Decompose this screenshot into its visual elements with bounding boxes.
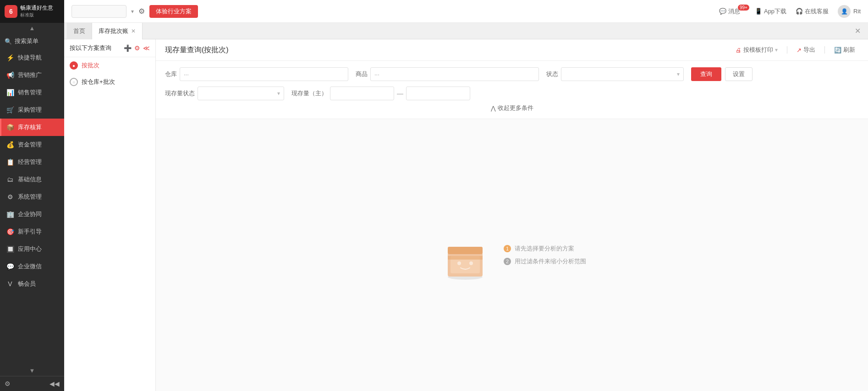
page-header: 现存量查询(按批次) 🖨 按模板打印 ▾ ↗ 导出 🔄 <box>156 39 868 61</box>
user-area[interactable]: 👤 Rit <box>838 5 861 18</box>
quick-nav-icon: ⚡ <box>6 54 14 62</box>
collapse-panel-icon[interactable]: ≪ <box>143 44 150 52</box>
tabbar-close-all-icon[interactable]: ✕ <box>850 27 865 35</box>
warehouse-input[interactable]: ··· <box>180 67 348 81</box>
status-label: 状态 <box>546 70 558 78</box>
sidebar-item-label: 企业协同 <box>18 210 42 218</box>
left-panel-header: 按以下方案查询 ➕ ⚙ ≪ <box>64 39 155 57</box>
sidebar-item-label: 资金管理 <box>18 141 42 149</box>
page-title: 现存量查询(按批次) <box>165 45 229 55</box>
sidebar-menu: 🔍 搜索菜单 ⚡ 快捷导航 📢 营销推广 📊 销售管理 🛒 采购管理 📦 库存核… <box>0 33 64 365</box>
app-logo: 6 <box>5 5 17 18</box>
sidebar-item-basics[interactable]: 🗂 基础信息 <box>0 171 64 188</box>
sidebar-item-label: 系统管理 <box>18 193 42 201</box>
settings-scheme-icon[interactable]: ⚙ <box>134 44 140 52</box>
messages-btn[interactable]: 💬 消息 99+ <box>714 7 746 16</box>
app-download-btn[interactable]: 📱 App下载 <box>755 7 786 16</box>
step-num-2: 2 <box>504 258 511 265</box>
export-btn[interactable]: ↗ 导出 <box>793 44 819 56</box>
collapse-more-btn[interactable]: ⋀ 收起更多条件 <box>165 100 859 112</box>
topbar-search-input[interactable] <box>71 5 126 18</box>
collapse-sidebar-icon[interactable]: ◀◀ <box>49 380 60 387</box>
app-download-label: App下载 <box>764 7 786 16</box>
filter-warehouse: 仓库 ··· <box>165 67 348 81</box>
query-btn[interactable]: 查询 <box>691 67 721 81</box>
sidebar-item-system[interactable]: ⚙ 系统管理 <box>0 188 64 206</box>
product-input-dots: ··· <box>374 71 379 78</box>
trial-btn[interactable]: 体验行业方案 <box>149 5 198 18</box>
sidebar-item-sales[interactable]: 📊 销售管理 <box>0 84 64 101</box>
vip-icon: V <box>6 280 14 288</box>
messages-badge: 99+ <box>738 5 749 11</box>
sidebar-item-purchase[interactable]: 🛒 采购管理 <box>0 101 64 119</box>
sidebar-item-label: 快捷导航 <box>18 54 42 62</box>
topbar-chevron-icon[interactable]: ▾ <box>131 8 134 15</box>
topbar-gear-icon[interactable]: ⚙ <box>138 7 145 16</box>
inventory-qty-to[interactable] <box>406 87 470 100</box>
left-panel-title: 按以下方案查询 <box>70 44 111 52</box>
filter-row-1: 仓库 ··· 商品 ··· 状态 <box>165 67 859 81</box>
sidebar-item-finance[interactable]: 💰 资金管理 <box>0 136 64 153</box>
sidebar-item-enterprise[interactable]: 🏢 企业协同 <box>0 206 64 223</box>
sidebar-item-label: 新手引导 <box>18 228 42 236</box>
system-icon: ⚙ <box>6 193 14 201</box>
warehouse-label: 仓库 <box>165 70 177 78</box>
svg-point-5 <box>457 261 461 265</box>
tab-inventory-batch[interactable]: 库存批次账 ✕ <box>92 23 143 39</box>
divider2 <box>824 46 825 54</box>
sidebar-item-inventory[interactable]: 📦 库存核算 <box>0 119 64 136</box>
sidebar-item-label: 库存核算 <box>18 123 42 131</box>
add-scheme-icon[interactable]: ➕ <box>124 44 132 52</box>
username-label: Rit <box>853 8 861 15</box>
divider <box>787 46 787 54</box>
status-select[interactable]: ▾ <box>561 67 684 81</box>
sidebar-item-quick-nav[interactable]: ⚡ 快捷导航 <box>0 49 64 66</box>
scheme-dot-inactive: ○ <box>70 78 78 86</box>
settings-icon[interactable]: ⚙ <box>5 380 11 387</box>
inventory-qty-from[interactable] <box>330 87 394 100</box>
sidebar-item-label: 采购管理 <box>18 106 42 114</box>
sidebar-scroll-down[interactable]: ▼ <box>0 365 64 376</box>
purchase-icon: 🛒 <box>6 106 14 114</box>
sidebar-item-vip[interactable]: V 畅会员 <box>0 275 64 293</box>
tab-home[interactable]: 首页 <box>67 23 92 39</box>
scheme-by-warehouse-batch[interactable]: ○ 按仓库+批次 <box>64 74 155 90</box>
basics-icon: 🗂 <box>6 175 14 184</box>
sidebar-item-marketing[interactable]: 📢 营销推广 <box>0 66 64 84</box>
print-chevron-icon[interactable]: ▾ <box>775 47 778 53</box>
print-btn[interactable]: 🖨 按模板打印 ▾ <box>732 44 781 56</box>
sidebar-item-apps[interactable]: 🔲 应用中心 <box>0 240 64 258</box>
main-area: ▾ ⚙ 体验行业方案 💬 消息 99+ 📱 App下载 🎧 在线客服 👤 Rit <box>64 0 868 391</box>
product-input[interactable]: ··· <box>370 67 539 81</box>
empty-state: 1 请先选择要分析的方案 2 用过滤条件来缩小分析范围 <box>156 119 868 391</box>
sidebar-item-label: 畅会员 <box>18 280 36 288</box>
scheme-by-batch[interactable]: ● 按批次 <box>64 57 155 74</box>
sidebar-item-label: 基础信息 <box>18 175 42 184</box>
refresh-btn[interactable]: 🔄 刷新 <box>830 44 859 56</box>
sidebar: 6 畅康通好生意 标准版 ▲ 🔍 搜索菜单 ⚡ 快捷导航 📢 营销推广 📊 销售… <box>0 0 64 391</box>
tabbar: 首页 库存批次账 ✕ ✕ <box>64 23 868 39</box>
content-area: 按以下方案查询 ➕ ⚙ ≪ ● 按批次 ○ 按仓库+批次 现存量查询(按批次) <box>64 39 868 391</box>
sidebar-item-wechat[interactable]: 💬 企业微信 <box>0 258 64 275</box>
scheme-by-batch-label: 按批次 <box>82 61 99 70</box>
apps-icon: 🔲 <box>6 245 14 253</box>
sidebar-item-label: 营销推广 <box>18 71 42 79</box>
online-service-btn[interactable]: 🎧 在线客服 <box>796 7 829 16</box>
sidebar-search[interactable]: 🔍 搜索菜单 <box>0 33 64 49</box>
inventory-status-select[interactable]: ▾ <box>198 87 284 100</box>
tab-close-icon[interactable]: ✕ <box>131 28 136 34</box>
left-panel-actions: ➕ ⚙ ≪ <box>124 44 150 52</box>
collapse-chevron-icon: ⋀ <box>491 105 496 112</box>
sidebar-scroll-up[interactable]: ▲ <box>0 23 64 33</box>
sidebar-item-label: 销售管理 <box>18 88 42 97</box>
sidebar-item-newbie[interactable]: 🎯 新手引导 <box>0 223 64 240</box>
settings-btn[interactable]: 设置 <box>725 67 753 81</box>
avatar: 👤 <box>838 5 851 18</box>
svg-point-6 <box>469 261 473 265</box>
collapse-more-label: 收起更多条件 <box>498 104 533 112</box>
inventory-status-chevron-icon: ▾ <box>277 90 280 97</box>
operations-icon: 📋 <box>6 158 14 166</box>
sidebar-item-operations[interactable]: 📋 经营管理 <box>0 153 64 171</box>
filter-row-2: 现存量状态 ▾ 现存量（主） — <box>165 87 859 100</box>
message-icon: 💬 <box>719 8 726 15</box>
